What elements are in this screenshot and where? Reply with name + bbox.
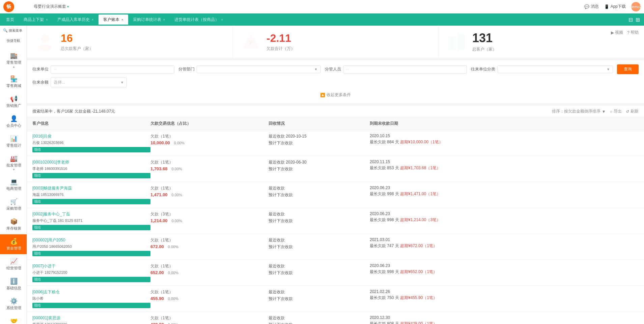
sidebar-item-inventory[interactable]: 📦 库存核算 xyxy=(0,214,27,234)
debt-amount-1[interactable]: 1,703.68 xyxy=(150,166,168,171)
debt-amount-0[interactable]: 10,000.00 xyxy=(150,140,170,145)
message-button[interactable]: 💬 消息 xyxy=(584,4,599,9)
filter-input-person[interactable]: ··· xyxy=(343,65,467,73)
debt-info-0: 欠款（1笔） 10,000.00 0.00% xyxy=(150,134,269,152)
sidebar-item-retail-mgmt[interactable]: 🏬 零售管理 ▲ xyxy=(0,49,27,72)
debt-amount-3[interactable]: 1,214.00 xyxy=(150,218,168,223)
debtors-label: 总欠款客户（家） xyxy=(61,46,93,52)
sidebar-item-member[interactable]: 👤 会员中心 xyxy=(0,112,27,131)
tab-close-icon[interactable]: × xyxy=(92,18,94,22)
customer-name-7[interactable]: [000001]黄思源 xyxy=(32,315,150,321)
filter-select-balance[interactable]: 选择... ▼ xyxy=(51,78,127,87)
debt-amount-7[interactable]: 429.00 xyxy=(150,322,164,324)
tab-goods-stats[interactable]: 进货单统计表（按商品） × xyxy=(170,14,228,25)
debt-info-3: 欠款（3笔） 1,214.00 0.00% xyxy=(150,211,269,230)
col-header-debt: 欠款交易信息（占比） xyxy=(150,121,269,126)
sidebar-item-basic-info[interactable]: ℹ️ 基础信息 xyxy=(0,274,27,294)
next-collect-2: 预计下次收款 xyxy=(269,192,370,198)
sort-label[interactable]: 排序：按欠款金额倒序排序 ▼ xyxy=(552,109,606,114)
debt-amount-6[interactable]: 455.90 xyxy=(150,296,164,301)
next-collect-1: 预计下次收款 xyxy=(269,166,370,172)
sidebar-item-marketing[interactable]: 📢 营销推广 xyxy=(0,92,27,112)
tab-close-icon[interactable]: × xyxy=(221,18,223,22)
overdue-amount-2[interactable]: 超期¥1,471.00（1笔） xyxy=(400,192,441,196)
sidebar-quick-nav[interactable]: 快捷导航 xyxy=(0,36,27,46)
sidebar-search[interactable]: 🔍 搜索菜单 xyxy=(0,26,27,36)
sort-arrow-icon: ▼ xyxy=(602,109,606,114)
tab-purchase-stats[interactable]: 采购订单统计表 × xyxy=(128,14,170,25)
refresh-button[interactable]: ↺ 刷新 xyxy=(626,109,639,114)
balance-arrow-icon: ▼ xyxy=(120,81,124,84)
overdue-days-7: 最长欠款 808 天 xyxy=(370,321,400,324)
overdue-amount-7[interactable]: 超期¥429.00（1笔） xyxy=(400,321,437,324)
sidebar-item-wholesale-mgmt[interactable]: 🏭 批发管理 ▼ xyxy=(0,151,27,175)
customer-phone-4: 用户2050 18665062050 xyxy=(32,244,150,249)
category-arrow-icon: ▼ xyxy=(607,67,610,71)
filter-select-category[interactable]: ▼ xyxy=(497,65,613,73)
export-button[interactable]: ○ 导出 xyxy=(610,109,622,114)
customer-name-2[interactable]: [0003]畅捷服务尹海蕊 xyxy=(32,185,150,191)
debt-info-4: 欠款（1笔） 672.00 0.00% xyxy=(150,237,269,256)
customer-name-4[interactable]: [000002]用户2050 xyxy=(32,237,150,243)
collapse-filter-button[interactable]: 🔼 收起更多条件 xyxy=(32,91,639,99)
retail-mgmt-icon: 🏬 xyxy=(10,52,18,59)
debt-amount-4[interactable]: 672.00 xyxy=(150,244,164,249)
company-selector[interactable]: 母婴行业演示账套 ▾ xyxy=(34,4,584,9)
tab-home[interactable]: 首页 xyxy=(1,14,19,25)
debt-count-3: 欠款（3笔） xyxy=(150,211,269,217)
overdue-amount-0[interactable]: 超期¥10,000.00（1笔） xyxy=(400,140,443,144)
customer-name-6[interactable]: [0006]去下粮仓 xyxy=(32,289,150,295)
table-row: [0006]去下粮仓 陈小希 现结 欠款（1笔） 455.90 0.00% 最近… xyxy=(27,286,644,312)
tab-customer-account[interactable]: 客户账本 × xyxy=(99,14,128,25)
last-collect-2: 最近收款 xyxy=(269,185,370,191)
help-link[interactable]: ? 帮助 xyxy=(627,30,639,35)
overdue-info-0: 2020.10.15 最长欠款 884 天 超期¥10,000.00（1笔） xyxy=(370,134,639,152)
overdue-amount-1[interactable]: 超期¥1,703.68（1笔） xyxy=(400,166,441,170)
total-customers-value: 131 xyxy=(472,31,497,45)
sidebar-item-retail-stats[interactable]: 📊 零售统计 xyxy=(0,131,27,151)
last-collect-7: 最近收款 xyxy=(269,315,370,321)
customer-tag-3: 现结 xyxy=(32,225,150,230)
sidebar-item-enterprise-collab[interactable]: 🤝 企业协同 xyxy=(0,314,27,324)
tab-minimize-icon[interactable]: ⊟ xyxy=(628,17,633,23)
customer-name-0[interactable]: [0016]吕俊 xyxy=(32,134,150,139)
customer-phone-3: 服务中心_丁磊 181 0125 8371 xyxy=(32,218,150,223)
debt-amount-2[interactable]: 1,471.00 xyxy=(150,192,168,197)
tab-product-status[interactable]: 商品上下架 × xyxy=(19,14,53,25)
sidebar-item-finance[interactable]: 💰 资金管理 xyxy=(0,234,27,254)
sidebar-item-ecommerce[interactable]: 💻 电商管理 xyxy=(0,175,27,195)
filter-label-person: 分管人员 xyxy=(325,66,341,72)
sidebar-item-system[interactable]: ⚙️ 系统管理 xyxy=(0,294,27,314)
overdue-amount-6[interactable]: 超期¥455.90（1笔） xyxy=(400,295,437,300)
tab-maximize-icon[interactable]: ⊞ xyxy=(636,17,640,23)
filter-select-dept[interactable]: ▼ xyxy=(197,65,320,73)
video-link[interactable]: ▶ 视频 xyxy=(611,30,623,35)
sidebar-item-purchase[interactable]: 🛒 采购管理 xyxy=(0,195,27,214)
tab-production-history[interactable]: 产成品入库单历史 × xyxy=(53,14,99,25)
debtors-icon xyxy=(35,32,55,52)
overdue-info-5: 2020.06.23 最长欠款 998 天 超期¥652.00（1笔） xyxy=(370,263,639,282)
filter-input-unit[interactable]: ··· xyxy=(51,65,174,73)
customer-tag-2: 现结 xyxy=(32,199,150,204)
overdue-amount-4[interactable]: 超期¥672.00（1笔） xyxy=(400,243,437,248)
customer-name-3[interactable]: [0002]服务中心_丁磊 xyxy=(32,211,150,217)
sidebar-item-retail-mall[interactable]: 🏪 零售商城 xyxy=(0,72,27,92)
customer-name-5[interactable]: [0007]小进干 xyxy=(32,263,150,269)
customer-name-1[interactable]: [0001020001]李老师 xyxy=(32,159,150,165)
tab-close-icon[interactable]: × xyxy=(46,18,48,22)
filter-label-dept: 分管部门 xyxy=(178,66,195,72)
sidebar-item-operations[interactable]: 📈 经营管理 xyxy=(0,254,27,274)
tab-close-icon[interactable]: × xyxy=(163,18,165,22)
overdue-date-1: 2020.11.15 xyxy=(370,159,639,164)
customer-phone-2: 海蕊 18513066976 xyxy=(32,192,150,197)
overdue-amount-3[interactable]: 超期¥1,214.00（3笔） xyxy=(400,217,441,222)
app-download-button[interactable]: 📱 App下载 xyxy=(604,4,626,9)
user-avatar[interactable]: demo2 xyxy=(631,2,641,11)
overdue-amount-5[interactable]: 超期¥652.00（1笔） xyxy=(400,269,437,274)
debt-amount-5[interactable]: 652.00 xyxy=(150,270,164,275)
search-button[interactable]: 查询 xyxy=(617,64,639,74)
tab-close-icon[interactable]: × xyxy=(121,18,123,22)
debt-percent-7: 0.00% xyxy=(168,323,178,324)
export-icon: ○ xyxy=(610,109,612,114)
next-collect-4: 预计下次收款 xyxy=(269,244,370,250)
